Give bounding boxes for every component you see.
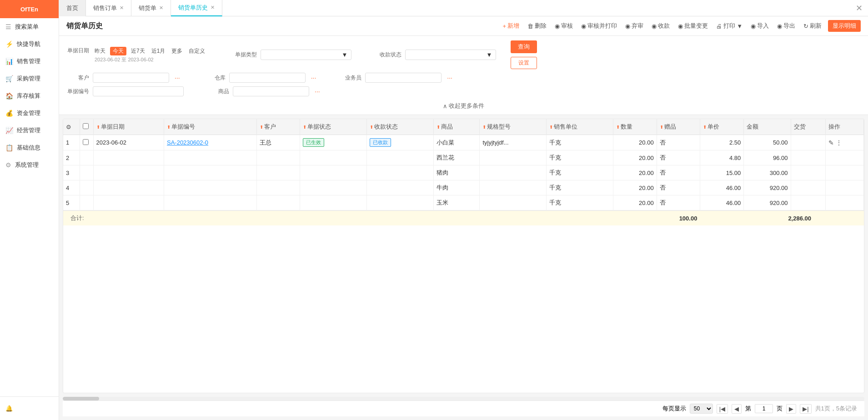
customer-input[interactable] <box>93 73 169 83</box>
tab-sales-history-close[interactable]: ✕ <box>211 5 215 10</box>
tab-home[interactable]: 首页 <box>59 0 86 16</box>
cell-unit: 千克 <box>547 180 613 195</box>
export-button[interactable]: ◉ 导出 <box>775 21 797 31</box>
date-btn-custom[interactable]: 自定义 <box>187 47 207 55</box>
cell-checkbox[interactable] <box>80 135 93 150</box>
warehouse-input[interactable] <box>229 73 306 83</box>
row-checkbox[interactable] <box>83 139 89 145</box>
last-page-btn[interactable]: ▶| <box>800 404 811 414</box>
col-doc-date[interactable]: ⬆单据日期 <box>93 119 164 135</box>
sidebar-item-quick-nav[interactable]: ⚡ 快捷导航 <box>0 35 59 53</box>
sidebar-item-label: 基础信息 <box>17 144 40 152</box>
add-button[interactable]: + 新增 <box>501 21 522 31</box>
col-goods[interactable]: ⬆商品 <box>433 119 480 135</box>
import-button[interactable]: ◉ 导入 <box>749 21 771 31</box>
customer-group: 客户 ··· <box>66 73 180 83</box>
sidebar-item-finance-mgmt[interactable]: 💰 资金管理 <box>0 105 59 122</box>
cell-gift: 否 <box>657 180 700 195</box>
set-button[interactable]: 设置 <box>511 57 537 69</box>
sidebar: OfTEn ☰ 搜索菜单 ⚡ 快捷导航 📊 销售管理 🛒 采购管理 🏠 库存核算… <box>0 0 59 420</box>
warehouse-more-btn[interactable]: ··· <box>311 74 316 81</box>
next-page-btn[interactable]: ▶ <box>786 404 796 414</box>
cell-unit: 千克 <box>547 195 613 210</box>
date-btn-7days[interactable]: 近7天 <box>129 47 147 55</box>
tab-sales-order[interactable]: 销售订单 ✕ <box>86 0 131 16</box>
per-page-select[interactable]: 50 20 100 <box>690 404 713 414</box>
date-btn-today[interactable]: 今天 <box>110 47 126 55</box>
col-gift[interactable]: ⬆赠品 <box>657 119 700 135</box>
col-unit[interactable]: ⬆销售单位 <box>547 119 613 135</box>
import-icon: ◉ <box>751 23 756 30</box>
date-btn-more[interactable]: 更多 <box>170 47 184 55</box>
col-settings[interactable]: ⚙ <box>63 119 80 135</box>
horizontal-scrollbar[interactable] <box>63 397 864 400</box>
refresh-button[interactable]: ↻ 刷新 <box>802 21 823 31</box>
select-all-checkbox[interactable] <box>83 123 89 129</box>
collapse-button[interactable]: ∧ 收起更多条件 <box>443 102 484 110</box>
pay-status-select[interactable]: ▼ <box>405 50 496 60</box>
audit-button[interactable]: ◉ 审核 <box>553 21 575 31</box>
col-checkbox[interactable] <box>80 119 93 135</box>
doc-type-select[interactable]: ▼ <box>261 50 351 60</box>
more-icon[interactable]: ⋮ <box>836 139 842 146</box>
table-body: 12023-06-02SA-20230602-0王总已生效已收款小白菜tyjyj… <box>63 135 864 210</box>
date-btn-1month[interactable]: 近1月 <box>150 47 167 55</box>
date-btn-yesterday[interactable]: 昨天 <box>93 47 107 55</box>
delete-button[interactable]: 🗑 删除 <box>526 21 548 31</box>
cell-checkbox[interactable] <box>80 195 93 210</box>
sidebar-item-base-info[interactable]: 📋 基础信息 <box>0 139 59 156</box>
abandon-button[interactable]: ◉ 弃审 <box>623 21 645 31</box>
show-detail-button[interactable]: 显示明细 <box>828 20 861 32</box>
batch-change-button[interactable]: ◉ 批量变更 <box>676 21 710 31</box>
col-pay-status[interactable]: ⬆收款状态 <box>367 119 434 135</box>
doc-num-link[interactable]: SA-20230602-0 <box>167 139 208 146</box>
first-page-btn[interactable]: |◀ <box>717 404 728 414</box>
audit-print-button[interactable]: ◉ 审核并打印 <box>579 21 619 31</box>
col-doc-status[interactable]: ⬆单据状态 <box>300 119 367 135</box>
cell-checkbox[interactable] <box>80 180 93 195</box>
col-qty[interactable]: ⬆数量 <box>613 119 657 135</box>
sidebar-item-purchase-mgmt[interactable]: 🛒 采购管理 <box>0 70 59 87</box>
cell-checkbox[interactable] <box>80 165 93 180</box>
sidebar-item-sales-mgmt[interactable]: 📊 销售管理 <box>0 53 59 70</box>
salesman-input[interactable] <box>365 73 442 83</box>
sidebar-item-inventory[interactable]: 🏠 库存核算 <box>0 87 59 105</box>
tab-sales-goods-close[interactable]: ✕ <box>159 5 163 11</box>
tab-close-all-btn[interactable]: ✕ <box>850 3 868 13</box>
page-content: 销货单历史 + 新增 🗑 删除 ◉ 审核 ◉ 审核并打印 <box>59 16 868 420</box>
col-spec[interactable]: ⬆规格型号 <box>480 119 547 135</box>
collapse-row: ∧ 收起更多条件 <box>66 100 861 110</box>
table-footer: 合计: 100.00 2,286.00 <box>63 210 864 225</box>
sidebar-item-sys-mgmt[interactable]: ⚙ 系统管理 <box>0 156 59 174</box>
sidebar-item-ops-mgmt[interactable]: 📈 经营管理 <box>0 122 59 139</box>
tab-sales-history[interactable]: 销货单历史 ✕ <box>171 0 222 16</box>
tab-sales-order-close[interactable]: ✕ <box>120 5 124 11</box>
sidebar-item-search-menu[interactable]: ☰ 搜索菜单 <box>0 18 59 35</box>
edit-icon[interactable]: ✎ <box>828 139 834 146</box>
page-number-input[interactable] <box>755 404 773 413</box>
toolbar: 销货单历史 + 新增 🗑 删除 ◉ 审核 ◉ 审核并打印 <box>59 16 868 36</box>
sidebar-bottom-btn1[interactable]: 🔔 <box>0 400 59 416</box>
scrollbar-thumb[interactable] <box>63 397 99 400</box>
col-price[interactable]: ⬆单价 <box>700 119 744 135</box>
salesman-more-btn[interactable]: ··· <box>447 74 452 81</box>
print-button[interactable]: 🖨 打印 ▼ <box>714 21 744 31</box>
col-customer[interactable]: ⬆客户 <box>256 119 300 135</box>
total-info: 共1页，5条记录 <box>815 405 857 413</box>
customer-more-btn[interactable]: ··· <box>175 74 180 81</box>
goods-more-btn[interactable]: ··· <box>315 88 320 95</box>
cell-checkbox[interactable] <box>80 150 93 165</box>
prev-page-btn[interactable]: ◀ <box>732 404 742 414</box>
filter-row-3: 单据编号 商品 ··· <box>66 86 861 96</box>
cell-price: 15.00 <box>700 165 744 180</box>
tab-sales-goods[interactable]: 销货单 ✕ <box>131 0 171 16</box>
goods-input[interactable] <box>233 86 309 96</box>
total-label: 合计: <box>70 214 93 222</box>
sidebar-item-label: 采购管理 <box>17 75 40 83</box>
docnum-input[interactable] <box>93 86 184 96</box>
col-doc-num[interactable]: ⬆单据编号 <box>164 119 256 135</box>
cell-qty: 20.00 <box>613 180 657 195</box>
collect-label: 收款 <box>658 22 670 30</box>
query-button[interactable]: 查询 <box>511 40 537 53</box>
collect-button[interactable]: ◉ 收款 <box>650 21 672 31</box>
